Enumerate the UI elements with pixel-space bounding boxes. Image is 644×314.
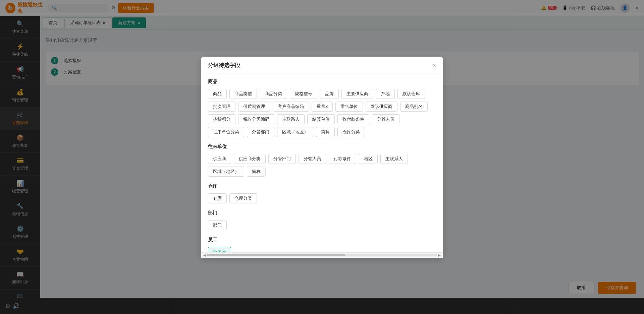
modal-close-button[interactable]: ×	[432, 62, 436, 69]
modal-scrollbar-bar: ◀ ▶	[201, 252, 443, 258]
field-tag-main-contact[interactable]: 主联系人	[277, 114, 305, 124]
warehouse-fields: 仓库 仓库分类	[208, 193, 436, 203]
section-product-title: 商品	[208, 79, 436, 85]
field-tag-supplier[interactable]: 供应商	[208, 154, 231, 164]
field-tag-dept[interactable]: 部门	[208, 220, 227, 230]
field-tag-settlement-unit[interactable]: 结算单位	[307, 114, 335, 124]
hscrollbar-track[interactable]	[207, 254, 437, 256]
field-tag-pick-points[interactable]: 拣货积分	[208, 114, 235, 124]
modal-body: 商品 商品 商品类型 商品分类 规格型号 品牌 主要供应商 产地 默认仓库 批次…	[201, 73, 443, 252]
section-department-title: 部门	[208, 210, 436, 216]
modal-header: 分组待选字段 ×	[201, 57, 443, 73]
modal-overlay: 分组待选字段 × 商品 商品 商品类型 商品分类 规格型号 品牌 主要供应商 产…	[0, 0, 644, 314]
field-tag-customer-code[interactable]: 客户商品编码	[273, 102, 309, 112]
field-tag-payment-cond[interactable]: 付款条件	[329, 154, 356, 164]
field-tag-salesperson[interactable]: 业务员	[208, 247, 231, 252]
field-tag-partner-manager[interactable]: 分管人员	[299, 154, 326, 164]
field-tag-origin[interactable]: 产地	[376, 89, 395, 99]
partner-fields: 供应商 供应商分类 分管部门 分管人员 付款条件 地区 主联系人 区域（地区） …	[208, 154, 436, 177]
field-tag-shelf-life[interactable]: 保质期管理	[238, 102, 270, 112]
dept-fields: 部门	[208, 220, 436, 230]
field-tag-default-supplier[interactable]: 默认供应商	[366, 102, 397, 112]
field-tag-retail-unit[interactable]: 零售单位	[335, 102, 363, 112]
hscroll-right[interactable]: ▶	[437, 253, 441, 257]
hscrollbar-thumb	[207, 254, 345, 256]
field-tag-partner-contact[interactable]: 主联系人	[380, 154, 408, 164]
field-tag-manager-staff[interactable]: 分管人员	[372, 114, 399, 124]
field-tag-partner-category[interactable]: 往来单位分类	[208, 127, 244, 137]
section-employee-title: 员工	[208, 237, 436, 243]
field-tag-product[interactable]: 商品	[208, 89, 227, 99]
field-tag-product-alias[interactable]: 商品别名	[400, 102, 428, 112]
field-tag-warehouse[interactable]: 仓库	[208, 193, 227, 203]
field-tag-product-category[interactable]: 商品分类	[260, 89, 287, 99]
field-tag-main-supplier[interactable]: 主要供应商	[341, 89, 373, 99]
field-tag-partner-region[interactable]: 区域（地区）	[208, 167, 244, 177]
field-tag-tax-code[interactable]: 税收分类编码	[238, 114, 274, 124]
field-tag-warehouse-cat[interactable]: 仓库分类	[337, 127, 365, 137]
product-fields: 商品 商品类型 商品分类 规格型号 品牌 主要供应商 产地 默认仓库 批次管理 …	[208, 89, 436, 137]
field-tag-batch-mgmt[interactable]: 批次管理	[208, 102, 235, 112]
section-employee: 员工 业务员	[208, 237, 436, 252]
field-tag-payment-terms[interactable]: 收付款条件	[337, 114, 369, 124]
field-tag-weight3[interactable]: 重量3	[312, 102, 333, 112]
field-tag-supplier-cat[interactable]: 供应商分类	[234, 154, 266, 164]
field-tag-region[interactable]: 区域（地区）	[277, 127, 313, 137]
field-tag-brand[interactable]: 品牌	[320, 89, 339, 99]
field-tag-warehouse-category[interactable]: 仓库分类	[229, 193, 257, 203]
section-partner: 往来单位 供应商 供应商分类 分管部门 分管人员 付款条件 地区 主联系人 区域…	[208, 144, 436, 177]
field-tag-area[interactable]: 地区	[359, 154, 378, 164]
field-tag-abbr[interactable]: 简称	[316, 127, 335, 137]
field-tag-default-warehouse[interactable]: 默认仓库	[397, 89, 425, 99]
section-warehouse-title: 仓库	[208, 183, 436, 189]
modal: 分组待选字段 × 商品 商品 商品类型 商品分类 规格型号 品牌 主要供应商 产…	[201, 57, 443, 258]
section-warehouse: 仓库 仓库 仓库分类	[208, 183, 436, 203]
section-partner-title: 往来单位	[208, 144, 436, 150]
field-tag-spec-model[interactable]: 规格型号	[290, 89, 317, 99]
modal-title: 分组待选字段	[208, 62, 240, 69]
section-department: 部门 部门	[208, 210, 436, 230]
field-tag-partner-abbr[interactable]: 简称	[247, 167, 266, 177]
field-tag-manage-dept[interactable]: 分管部门	[247, 127, 274, 137]
employee-fields: 业务员	[208, 247, 436, 252]
field-tag-partner-dept[interactable]: 分管部门	[268, 154, 296, 164]
field-tag-product-type[interactable]: 商品类型	[229, 89, 257, 99]
hscroll-left[interactable]: ◀	[203, 253, 207, 257]
section-product: 商品 商品 商品类型 商品分类 规格型号 品牌 主要供应商 产地 默认仓库 批次…	[208, 79, 436, 137]
